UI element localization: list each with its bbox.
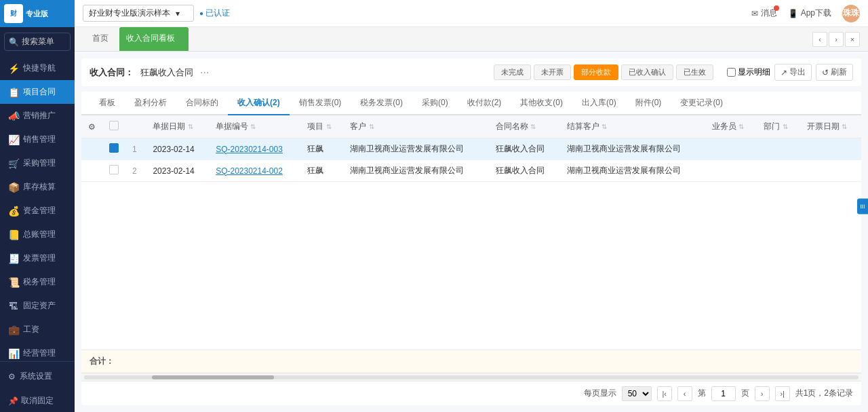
- table-row[interactable]: 1 2023-02-14 SQ-20230214-003 狂飙 湖南卫视商业运营…: [81, 138, 861, 160]
- header-checkbox[interactable]: [109, 121, 119, 130]
- sub-tab-income-confirm[interactable]: 收入确认(2): [228, 92, 290, 115]
- sidebar-item-label: 快捷导航: [23, 62, 56, 74]
- tab-close-all-button[interactable]: ×: [845, 32, 860, 47]
- status-partial-received[interactable]: 部分收款: [574, 64, 618, 80]
- tab-income-contract[interactable]: 收入合同看板 ×: [119, 27, 189, 51]
- page-last-button[interactable]: ›|: [775, 386, 790, 401]
- td-department: [757, 160, 800, 182]
- ledger-icon: 📒: [8, 229, 19, 240]
- user-avatar-area[interactable]: 珠珠: [842, 5, 860, 22]
- tab-next-button[interactable]: ›: [829, 32, 844, 47]
- per-page-select[interactable]: 50: [622, 386, 652, 401]
- sort-icon: ⇅: [783, 123, 788, 130]
- th-settlement-customer[interactable]: 结算客户 ⇅: [560, 115, 705, 138]
- sidebar-item-labor[interactable]: 💼 工资: [0, 318, 75, 341]
- message-button[interactable]: ✉ 消息: [751, 7, 777, 19]
- th-department[interactable]: 部门 ⇅: [757, 115, 800, 138]
- sidebar-item-general-ledger[interactable]: 📒 总账管理: [0, 223, 75, 246]
- sidebar-item-funds-mgmt[interactable]: 💰 资金管理: [0, 199, 75, 223]
- th-check[interactable]: [102, 115, 125, 138]
- sidebar-item-label: 采购管理: [23, 157, 56, 169]
- sidebar-item-project-contract[interactable]: 📋 项目合同: [0, 80, 75, 104]
- page-prev-button[interactable]: ‹: [677, 386, 692, 401]
- th-gear[interactable]: ⚙: [81, 115, 102, 138]
- tab-prev-button[interactable]: ‹: [812, 32, 827, 47]
- row-checkbox[interactable]: [109, 143, 119, 153]
- th-customer[interactable]: 客户 ⇅: [343, 115, 488, 138]
- sidebar-item-purchase-mgmt[interactable]: 🛒 采购管理: [0, 151, 75, 175]
- logo-icon: 财: [4, 4, 23, 23]
- td-bill-date: 2023-02-14: [146, 138, 209, 160]
- tab-home[interactable]: 首页: [83, 27, 118, 51]
- refresh-button[interactable]: ↺ 刷新: [816, 64, 853, 81]
- sidebar-item-tax-mgmt[interactable]: 📜 税务管理: [0, 270, 75, 294]
- export-icon: ↗: [781, 68, 787, 77]
- funds-icon: 💰: [8, 206, 19, 217]
- refresh-icon: ↺: [822, 68, 829, 77]
- contract-name: 狂飙收入合同: [140, 67, 193, 79]
- sidebar-item-quick-nav[interactable]: ⚡ 快捷导航: [0, 56, 75, 80]
- sub-tab-other-income[interactable]: 其他收支(0): [511, 92, 572, 115]
- sub-tab-contract-standard[interactable]: 合同标的: [176, 92, 228, 115]
- status-received-confirmed[interactable]: 已收入确认: [621, 64, 673, 80]
- td-settlement-customer: 湖南卫视商业运营发展有限公司: [560, 160, 705, 182]
- td-check[interactable]: [102, 138, 125, 160]
- th-bill-date2[interactable]: 开票日期 ⇅: [800, 115, 861, 138]
- topbar-actions: ✉ 消息 📱 App下载 珠珠: [751, 5, 860, 22]
- th-bill-date[interactable]: 单据日期 ⇅: [146, 115, 209, 138]
- horizontal-scrollbar[interactable]: [81, 373, 861, 381]
- table-row[interactable]: 2 2023-02-14 SQ-20230214-002 狂飙 湖南卫视商业运营…: [81, 160, 861, 182]
- sidebar-settings[interactable]: ⚙ 系统设置: [0, 366, 75, 387]
- td-check[interactable]: [102, 160, 125, 182]
- contract-more-button[interactable]: ···: [200, 67, 209, 79]
- page-number-input[interactable]: [711, 386, 736, 401]
- tab-close-icon[interactable]: ×: [178, 35, 182, 43]
- th-contract-name[interactable]: 合同名称 ⇅: [489, 115, 560, 138]
- sub-tab-purchase[interactable]: 采购(0): [412, 92, 458, 115]
- status-effective[interactable]: 已生效: [676, 64, 713, 80]
- sort-icon: ⇅: [188, 123, 193, 130]
- sidebar-footer-pin[interactable]: 📌 取消固定: [0, 391, 75, 412]
- status-not-invoiced[interactable]: 未开票: [534, 64, 571, 80]
- sub-tab-tax-invoice[interactable]: 税务发票(0): [351, 92, 412, 115]
- quick-nav-icon: ⚡: [8, 63, 19, 74]
- status-not-complete[interactable]: 未完成: [494, 64, 531, 80]
- sidebar-item-invoice-mgmt[interactable]: 🧾 发票管理: [0, 246, 75, 270]
- chevron-down-icon: ▾: [176, 9, 180, 18]
- display-detail-input[interactable]: [727, 68, 736, 77]
- tab-nav-buttons: ‹ › ×: [812, 27, 860, 51]
- sub-content-area: 看板 盈利分析 合同标的 收入确认(2) 销售发票(0) 税务发票(0) 采购(…: [81, 92, 861, 405]
- sub-tab-stock-out[interactable]: 出入库(0): [572, 92, 626, 115]
- export-button[interactable]: ↗ 导出: [774, 64, 812, 81]
- th-bill-no[interactable]: 单据编号 ⇅: [209, 115, 300, 138]
- company-selector[interactable]: 好业财专业版演示样本 ▾: [83, 5, 194, 22]
- sidebar-item-inventory[interactable]: 📦 库存核算: [0, 175, 75, 199]
- sidebar-item-ops-mgmt[interactable]: 📊 经营管理: [0, 341, 75, 361]
- sidebar-item-fixed-assets[interactable]: 🏗 固定资产: [0, 294, 75, 318]
- sub-tab-profit-analysis[interactable]: 盈利分析: [125, 92, 176, 115]
- sub-tab-payment[interactable]: 收付款(2): [458, 92, 511, 115]
- row-checkbox[interactable]: [109, 165, 119, 174]
- search-menu-button[interactable]: 🔍 搜索菜单: [4, 33, 71, 51]
- td-bill-no[interactable]: SQ-20230214-003: [209, 138, 300, 160]
- right-panel-toggle[interactable]: ≡: [857, 198, 868, 214]
- td-bill-date2: [800, 138, 861, 160]
- th-project[interactable]: 项目 ⇅: [300, 115, 343, 138]
- sub-tab-sales-invoice[interactable]: 销售发票(0): [290, 92, 351, 115]
- sub-tab-attachments[interactable]: 附件(0): [626, 92, 671, 115]
- sidebar-search-area: 🔍 搜索菜单: [0, 27, 75, 56]
- th-salesperson[interactable]: 业务员 ⇅: [705, 115, 757, 138]
- sub-tab-overview[interactable]: 看板: [90, 92, 125, 115]
- sidebar-item-marketing[interactable]: 📣 营销推广: [0, 104, 75, 128]
- contract-title-prefix: 收入合同：: [90, 67, 134, 79]
- scrollbar-thumb[interactable]: [152, 375, 274, 379]
- app-download-button[interactable]: 📱 App下载: [788, 7, 831, 19]
- sub-tab-change-log[interactable]: 变更记录(0): [671, 92, 732, 115]
- page-first-button[interactable]: |‹: [657, 386, 672, 401]
- td-contract-name: 狂飙收入合同: [489, 138, 560, 160]
- display-detail-checkbox[interactable]: 显示明细: [727, 64, 770, 81]
- contract-header-actions: 显示明细 ↗ 导出 ↺ 刷新: [727, 64, 853, 81]
- page-next-button[interactable]: ›: [755, 386, 770, 401]
- sidebar-item-sales-mgmt[interactable]: 📈 销售管理: [0, 128, 75, 151]
- td-bill-no[interactable]: SQ-20230214-002: [209, 160, 300, 182]
